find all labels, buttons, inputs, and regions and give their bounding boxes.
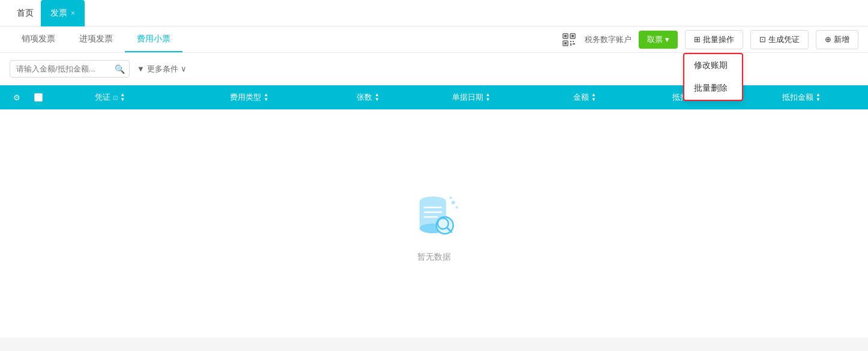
filter-icon: ▼ — [137, 64, 145, 73]
svg-rect-8 — [570, 43, 571, 46]
generate-voucher-label: 生成凭证 — [768, 34, 800, 45]
th-amount-label: 金额 — [573, 92, 589, 103]
tab-incoming[interactable]: 进项发票 — [67, 26, 125, 52]
gear-icon: ⚙ — [13, 93, 20, 102]
empty-state-text: 暂无数据 — [417, 252, 451, 263]
tab-expense[interactable]: 费用小票 — [125, 26, 182, 52]
top-navigation: 首页 发票 × — [0, 0, 868, 26]
batch-operation-wrapper: ⊞ 批量操作 修改账期 批量删除 — [685, 30, 743, 49]
svg-rect-3 — [571, 35, 574, 37]
th-amount[interactable]: 金额 ▲▼ — [533, 92, 636, 103]
take-ticket-arrow: ▾ — [665, 35, 669, 44]
home-nav-item[interactable]: 首页 — [10, 8, 41, 19]
invoice-tab-close[interactable]: × — [71, 9, 75, 17]
tab-sales[interactable]: 销项发票 — [10, 26, 67, 52]
th-expense-label: 费用类型 — [230, 92, 261, 103]
th-voucher-label: 凭证 — [95, 92, 110, 103]
generate-voucher-button[interactable]: ⊡ 生成凭证 — [750, 30, 809, 49]
more-conditions-arrow: ∨ — [181, 64, 187, 73]
batch-dropdown-menu: 修改账期 批量删除 — [683, 53, 743, 101]
svg-rect-9 — [573, 43, 575, 44]
th-deduct-sort[interactable]: ▲▼ — [816, 93, 821, 102]
sub-tabs-bar: 销项发票 进项发票 费用小票 税务数字账户 取票 — [0, 26, 868, 53]
th-gear[interactable]: ⚙ — [5, 93, 29, 102]
toolbar-right: 税务数字账户 取票 ▾ ⊞ 批量操作 修改账期 批量删除 ⊡ 生成凭证 ⊕ 新增 — [561, 30, 858, 49]
svg-point-21 — [450, 197, 452, 199]
modify-period-item[interactable]: 修改账期 — [684, 54, 742, 77]
generate-voucher-icon: ⊡ — [759, 35, 766, 44]
take-ticket-label: 取票 — [647, 34, 663, 45]
search-input[interactable] — [10, 60, 130, 78]
th-expense-sort[interactable]: ▲▼ — [264, 93, 268, 102]
tax-digital-label[interactable]: 税务数字账户 — [585, 34, 631, 45]
th-amount-sort[interactable]: ▲▼ — [591, 93, 596, 102]
search-wrap: 🔍 — [10, 60, 130, 78]
more-conditions-label: 更多条件 — [147, 64, 178, 75]
svg-point-19 — [451, 201, 455, 204]
invoice-tab[interactable]: 发票 × — [41, 0, 85, 26]
th-deduct-amount[interactable]: 抵扣金额 ▲▼ — [740, 92, 863, 103]
th-date-sort[interactable]: ▲▼ — [486, 93, 490, 102]
empty-state-icon — [404, 185, 464, 245]
batch-icon: ⊞ — [694, 35, 701, 44]
more-conditions-button[interactable]: ▼ 更多条件 ∨ — [137, 64, 187, 75]
th-date[interactable]: 单据日期 ▲▼ — [409, 92, 533, 103]
th-count[interactable]: 张数 ▲▼ — [327, 92, 409, 103]
svg-point-20 — [456, 206, 458, 209]
add-icon: ⊕ — [825, 35, 831, 44]
add-button[interactable]: ⊕ 新增 — [816, 30, 858, 49]
svg-rect-6 — [570, 41, 571, 42]
th-voucher-sort[interactable]: ▲▼ — [120, 93, 125, 102]
th-deduct-label: 抵扣金额 — [782, 92, 813, 103]
th-expense-type[interactable]: 费用类型 ▲▼ — [172, 92, 327, 103]
sub-tabs-left: 销项发票 进项发票 费用小票 — [10, 26, 182, 52]
search-icon[interactable]: 🔍 — [115, 64, 125, 74]
th-voucher-icon: ⊡ — [113, 94, 118, 101]
batch-label: 批量操作 — [703, 34, 734, 45]
take-ticket-button[interactable]: 取票 ▾ — [639, 31, 678, 49]
th-count-label: 张数 — [357, 92, 372, 103]
main-content: 暂无数据 — [0, 109, 868, 338]
invoice-tab-label: 发票 — [50, 8, 67, 19]
select-all-checkbox[interactable] — [34, 93, 43, 102]
qr-icon[interactable] — [561, 31, 577, 48]
th-date-label: 单据日期 — [452, 92, 483, 103]
th-voucher[interactable]: 凭证 ⊡ ▲▼ — [48, 92, 172, 103]
batch-operation-button[interactable]: ⊞ 批量操作 — [685, 30, 743, 49]
th-count-sort[interactable]: ▲▼ — [375, 93, 379, 102]
svg-rect-1 — [564, 35, 567, 37]
th-check[interactable] — [29, 93, 48, 102]
add-label: 新增 — [834, 34, 849, 45]
svg-rect-7 — [573, 41, 574, 42]
svg-rect-5 — [564, 42, 567, 44]
batch-delete-item[interactable]: 批量删除 — [684, 77, 742, 100]
